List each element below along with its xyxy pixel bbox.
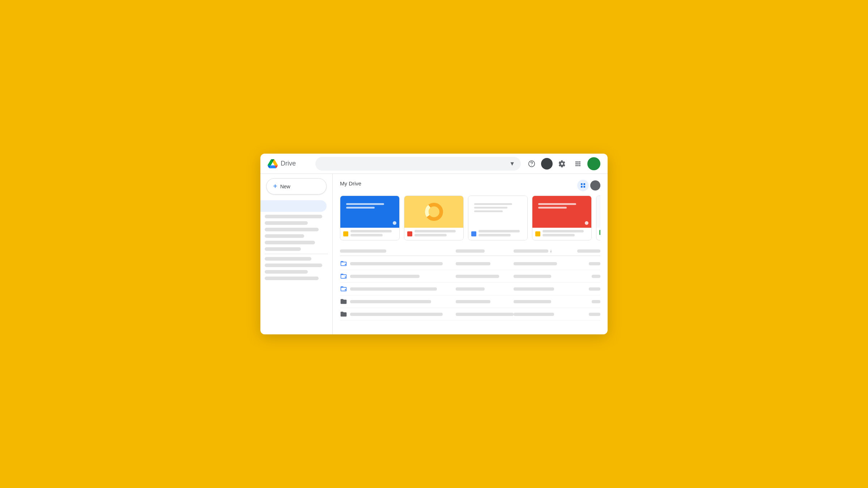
help-icon-button[interactable]: [525, 157, 538, 170]
table-row[interactable]: [340, 308, 600, 321]
row-size-col-5: [571, 313, 600, 316]
header-actions: [525, 157, 600, 170]
sidebar-skeleton-9: [265, 270, 308, 274]
apps-button[interactable]: [571, 157, 584, 170]
sk-2: [350, 234, 383, 236]
new-button[interactable]: + New: [266, 178, 327, 194]
card-info-2: [404, 228, 463, 240]
grid-view-icon: [580, 183, 586, 188]
line-3b: [474, 207, 507, 209]
row-owner-col-2: [456, 275, 514, 278]
sk-5: [478, 230, 520, 232]
row-modified-sk-1: [514, 262, 557, 265]
file-card-3[interactable]: [468, 196, 528, 240]
row-name-sk-5: [350, 313, 443, 316]
sk-3: [414, 230, 456, 232]
col-size-header: [571, 249, 600, 253]
line-1: [346, 203, 384, 205]
file-card-5[interactable]: [596, 196, 600, 240]
row-name-col-2: [340, 273, 456, 280]
info-circle-icon[interactable]: [590, 180, 600, 191]
row-owner-col-3: [456, 287, 514, 291]
sidebar-skeleton-2: [265, 221, 308, 225]
row-owner-sk-3: [456, 287, 485, 291]
sidebar-skeleton-3: [265, 228, 319, 231]
row-owner-col-5: [456, 313, 514, 316]
section-title: My Drive: [340, 180, 361, 187]
row-name-col: [340, 260, 456, 267]
row-name-col-3: [340, 285, 456, 292]
files-table: ↓: [340, 246, 600, 329]
shared-folder-icon-3: [340, 285, 347, 292]
line-4b: [538, 207, 567, 209]
col-name-header: [340, 249, 456, 253]
sidebar-skeleton-8: [265, 264, 322, 267]
row-owner-col: [456, 262, 514, 265]
row-size-col-2: [571, 275, 600, 278]
file-card-1[interactable]: [340, 196, 400, 240]
table-header: ↓: [340, 246, 600, 256]
row-modified-sk-4: [514, 300, 551, 303]
app-body: + New My Drive: [260, 174, 608, 334]
img-icon-2: [407, 231, 412, 236]
sort-icon[interactable]: ↓: [550, 248, 552, 253]
row-size-sk-5: [589, 313, 600, 316]
help-icon: [528, 160, 535, 167]
row-modified-col-5: [514, 313, 571, 316]
app-header: Drive ▼: [260, 154, 608, 174]
card-lines-4: [538, 203, 586, 210]
row-name-sk-2: [350, 275, 420, 278]
card-thumb-5: [596, 196, 600, 228]
main-content: My Drive: [333, 174, 608, 334]
row-modified-sk-2: [514, 275, 551, 278]
card-dot-4: [585, 221, 588, 225]
card-info-4: [532, 228, 591, 240]
svg-point-1: [531, 165, 532, 166]
settings-button[interactable]: [556, 157, 569, 170]
row-size-col: [571, 262, 600, 265]
docs-icon-3: [471, 231, 476, 236]
search-chevron-icon[interactable]: ▼: [509, 160, 515, 167]
table-row[interactable]: [340, 295, 600, 308]
col-owner-sk: [456, 249, 485, 253]
new-button-label: New: [280, 184, 290, 189]
app-window: Drive ▼: [260, 154, 608, 334]
shared-folder-icon-2: [340, 273, 347, 280]
row-owner-sk-1: [456, 262, 490, 265]
grid-view-button[interactable]: [577, 180, 589, 191]
slides-icon-1: [343, 231, 348, 236]
apps-icon: [574, 160, 582, 167]
view-toggle: [577, 180, 600, 191]
settings-icon: [558, 160, 566, 167]
sidebar-skeleton-1: [265, 215, 322, 218]
shared-folder-icon: [340, 260, 347, 267]
donut-chart-icon: [424, 202, 444, 222]
logo-area: Drive: [268, 159, 311, 169]
svg-point-5: [345, 277, 346, 278]
sk-6: [478, 234, 511, 236]
sidebar-active-item[interactable]: [260, 200, 327, 212]
account-icon[interactable]: [541, 158, 553, 170]
line-3a: [474, 203, 512, 205]
col-owner-header: [456, 249, 514, 253]
file-card-2[interactable]: [404, 196, 464, 240]
row-owner-sk-4: [456, 300, 490, 303]
row-owner-col-4: [456, 300, 514, 303]
table-row[interactable]: [340, 257, 600, 270]
plus-icon: +: [273, 182, 277, 191]
slides-icon-4: [535, 231, 540, 236]
sk-8: [542, 234, 575, 236]
row-name-sk-4: [350, 300, 431, 303]
file-card-4[interactable]: [532, 196, 592, 240]
user-avatar[interactable]: [587, 157, 600, 170]
search-input[interactable]: [321, 161, 509, 167]
table-row[interactable]: [340, 283, 600, 295]
line-4a: [538, 203, 576, 205]
sidebar-skeleton-7: [265, 257, 311, 261]
card-thumb-4: [532, 196, 591, 228]
card-lines-1: [346, 203, 393, 210]
line-2: [346, 207, 375, 209]
table-row[interactable]: [340, 270, 600, 283]
row-name-col-4: [340, 298, 456, 305]
search-bar[interactable]: ▼: [315, 157, 521, 171]
